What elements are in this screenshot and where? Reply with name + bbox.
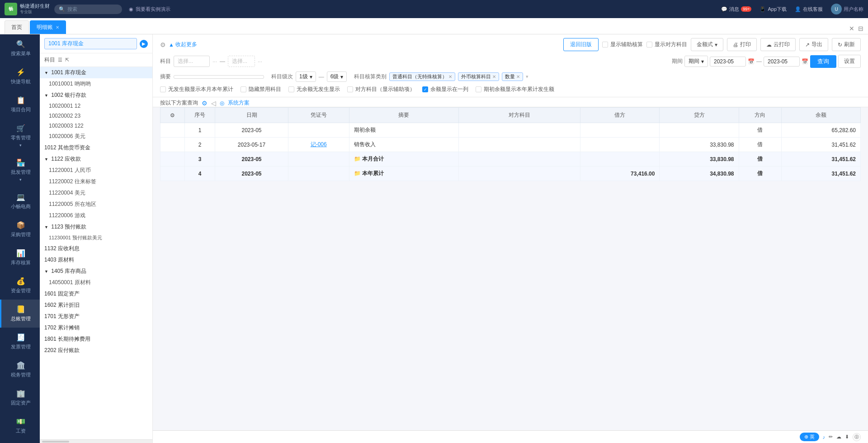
tree-item-1132[interactable]: 1132 应收利息 (40, 243, 152, 254)
return-old-version-btn[interactable]: 退回旧版 (563, 38, 599, 51)
search-bar[interactable]: 🔍 搜索 (54, 5, 122, 14)
tab-ledger-close[interactable]: ✕ (56, 25, 59, 30)
sidebar-item-project[interactable]: 📋 项目合同 (0, 91, 40, 119)
level-from-select[interactable]: 1级 ▾ (296, 71, 316, 82)
sidebar-item-ecommerce[interactable]: 💻 小畅电商 (0, 187, 40, 215)
demo-link[interactable]: ◉ 我要看实例演示 (129, 6, 170, 13)
checkbox-show-year[interactable]: 期初余额显示本年累计发生额 (476, 86, 554, 93)
period-type-select[interactable]: 期间 ▾ (684, 56, 708, 67)
print-btn[interactable]: 🖨 打印 (727, 38, 757, 51)
tree-item-1122[interactable]: ▼ 1122 应收款 (40, 153, 152, 165)
tree-item-1001[interactable]: ▼ 1001 库存现金 (40, 67, 152, 78)
checkbox-no-occurrence[interactable]: 无发生额显示本月本年累计 (160, 86, 233, 93)
tree-scrollbar[interactable] (40, 439, 152, 443)
tree-item-1702[interactable]: 1702 累计摊销 (40, 322, 152, 333)
setting-submit-btn[interactable]: 设置 (838, 55, 861, 68)
tree-item-11220005[interactable]: 11220005 所在地区 (40, 199, 152, 210)
tree-item-10010001[interactable]: 10010001 哟哟哟 (40, 78, 152, 90)
period-from-input[interactable]: 2023-05 (710, 57, 746, 67)
tree-item-1002[interactable]: ▼ 1002 银行存款 (40, 90, 152, 101)
sidebar-item-assets[interactable]: 🏢 固定资产 (0, 384, 40, 412)
sidebar-item-quick[interactable]: ⚡ 快捷导航 (0, 62, 40, 91)
status-icon-3[interactable]: ☁ (836, 434, 841, 440)
tree-item-2202[interactable]: 2202 应付账款 (40, 345, 152, 356)
sidebar-item-wholesale[interactable]: 🏪 批发管理 ▾ (0, 153, 40, 187)
refresh-btn[interactable]: ↻ 刷新 (832, 38, 861, 51)
account-selector[interactable]: 1001 库存现金 (44, 38, 137, 49)
online-service-btn[interactable]: 👤 在线客服 (795, 6, 823, 13)
switch-lang-btn[interactable]: ⊕ 英 (800, 433, 819, 441)
tree-item-1601[interactable]: 1601 固定资产 (40, 288, 152, 300)
tree-item-1123[interactable]: ▼ 1123 预付账款 (40, 221, 152, 233)
display-mode-btn[interactable]: 金额式 ▾ (691, 38, 723, 51)
tree-item-1801[interactable]: 1801 长期待摊费用 (40, 333, 152, 345)
sidebar-item-inventory[interactable]: 📊 库存核算 (0, 243, 40, 272)
tree-item-1701[interactable]: 1701 无形资产 (40, 311, 152, 322)
checkbox-balance-col[interactable]: ✓ 余额显示在一列 (422, 86, 468, 93)
tag-quantity-close[interactable]: ✕ (516, 74, 520, 79)
tree-item-1403[interactable]: 1403 原材料 (40, 254, 152, 266)
td-voucher[interactable]: 记-006 (288, 138, 349, 152)
status-icon-1[interactable]: ♪ (823, 434, 826, 440)
tree-item-11220006[interactable]: 11220006 游戏 (40, 210, 152, 221)
sidebar-item-tax[interactable]: 🏛️ 税务管理 (0, 356, 40, 384)
collapse-btn[interactable]: ▲ 收起更多 (169, 41, 197, 48)
export-btn[interactable]: ↗ 导出 (799, 38, 828, 51)
subject-end-input[interactable]: 选择... (228, 56, 255, 67)
tab-ledger[interactable]: 明细账 ✕ (30, 20, 66, 34)
voucher-link[interactable]: 记-006 (311, 141, 327, 148)
period-to-input[interactable]: 2023-05 (764, 57, 800, 67)
app-download-btn[interactable]: 📱 App下载 (760, 6, 787, 13)
sidebar-item-finance[interactable]: 💰 资金管理 (0, 272, 40, 300)
show-assist-box[interactable] (602, 42, 608, 48)
checkbox-opposite[interactable]: 对方科目（显示辅助项） (347, 86, 415, 93)
checkbox-hide-disabled[interactable]: 隐藏禁用科目 (241, 86, 281, 93)
status-icon-4[interactable]: ⬇ (845, 434, 849, 440)
tree-item-1012[interactable]: 1012 其他货币资金 (40, 142, 152, 153)
tab-menu-icon[interactable]: ⊟ (858, 25, 863, 32)
tree-item-11220001[interactable]: 11220001 人民币 (40, 165, 152, 176)
checkbox-no-balance[interactable]: 无余额无发生显示 (288, 86, 340, 93)
scheme-name[interactable]: 系统方案 (228, 99, 250, 107)
status-icon-5[interactable]: ⓪ (853, 433, 861, 441)
tag-foreign-close[interactable]: ✕ (492, 74, 496, 79)
sidebar-item-salary[interactable]: 💵 工资 (0, 412, 40, 440)
scheme-settings-icon[interactable]: ⚙ (202, 100, 208, 107)
tree-list-icon[interactable]: ☰ (58, 57, 62, 63)
sidebar-item-search[interactable]: 🔍 搜索菜单 (0, 34, 40, 62)
tree-item-1405[interactable]: ▼ 1405 库存商品 (40, 266, 152, 277)
tag-normal-close[interactable]: ✕ (448, 74, 452, 79)
tree-item-14050001[interactable]: 14050001 原材料 (40, 277, 152, 288)
calendar-from-icon[interactable]: 📅 (748, 58, 755, 65)
tree-item-11220004[interactable]: 11220004 美元 (40, 187, 152, 199)
checkbox-opposite-box[interactable] (347, 86, 353, 92)
tree-item-10020006[interactable]: 10020006 美元 (40, 131, 152, 142)
tree-item-11220002[interactable]: 11220002 往来标签 (40, 176, 152, 187)
checkbox-no-occurrence-box[interactable] (160, 86, 166, 92)
tab-home[interactable]: 首页 (5, 20, 29, 34)
tree-item-1602[interactable]: 1602 累计折旧 (40, 300, 152, 311)
summary-input[interactable] (174, 75, 264, 79)
tree-item-10020001[interactable]: 10020001 12 (40, 101, 152, 111)
checkbox-balance-col-box[interactable]: ✓ (422, 86, 428, 92)
query-submit-btn[interactable]: 查询 (810, 55, 836, 68)
table-settings-icon[interactable]: ⚙ (170, 112, 175, 119)
message-btn[interactable]: 💬 消息 99+ (721, 6, 751, 13)
sidebar-item-general[interactable]: 📒 总账管理 (0, 300, 40, 328)
user-profile-btn[interactable]: U 用户名称 (831, 4, 863, 14)
tree-item-10020003[interactable]: 10020003 122 (40, 121, 152, 131)
checkbox-hide-disabled-box[interactable] (241, 86, 246, 92)
show-opposite-box[interactable] (646, 42, 652, 48)
subject-input[interactable]: 选择... (174, 56, 210, 67)
tab-close-all-icon[interactable]: ✕ (849, 25, 854, 32)
checkbox-no-balance-box[interactable] (288, 86, 294, 92)
show-assist-checkbox[interactable]: 显示辅助核算 (602, 41, 643, 48)
status-icon-2[interactable]: ✏ (829, 434, 833, 440)
account-next-btn[interactable]: ▶ (140, 40, 148, 48)
sidebar-item-purchase[interactable]: 📦 采购管理 (0, 215, 40, 243)
level-to-select[interactable]: 6级 ▾ (327, 71, 347, 82)
tree-item-10020002[interactable]: 10020002 23 (40, 111, 152, 121)
tree-item-11230001[interactable]: 11230001 预付账款美元 (40, 233, 152, 243)
sidebar-item-invoice[interactable]: 🧾 发票管理 (0, 328, 40, 356)
scheme-arrow-left[interactable]: ◁ (211, 100, 216, 107)
